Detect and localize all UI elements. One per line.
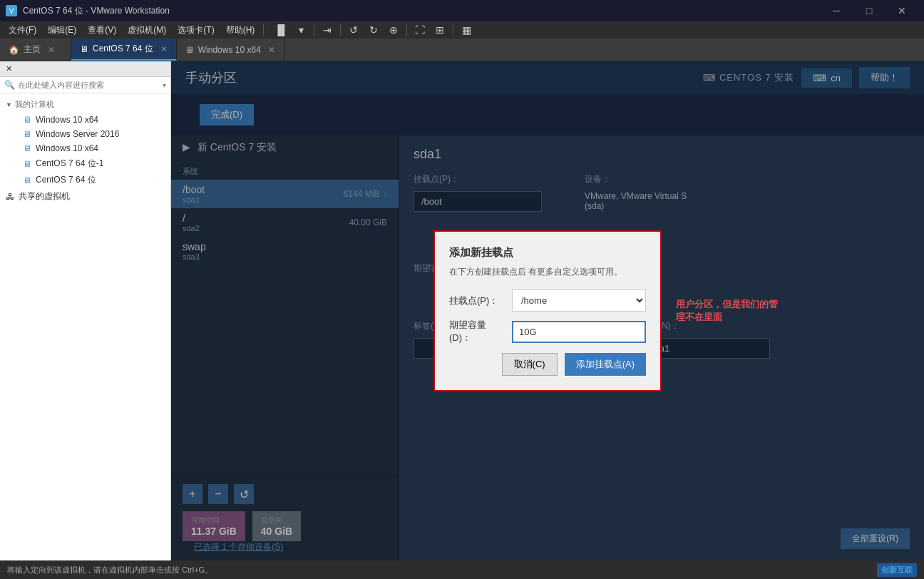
dialog-overlay: 用户分区，但是我们的管理不在里面 添加新挂载点 在下方创建挂载点后 有更多自定义… [171, 61, 924, 560]
menu-tab[interactable]: 选项卡(T) [172, 21, 220, 39]
toolbar-clone-icon[interactable]: ⊕ [385, 21, 402, 39]
dialog-add-btn[interactable]: 添加挂载点(A) [565, 353, 646, 376]
win10-tab-icon: 🖥 [185, 45, 194, 55]
vm-icon-centos-1: 🖥 [23, 159, 31, 169]
dialog-cancel-btn[interactable]: 取消(C) [502, 353, 558, 376]
window-title: CentOS 7 64 位 - VMware Workstation [23, 5, 170, 17]
dialog-capacity-input[interactable] [512, 321, 646, 343]
menu-view[interactable]: 查看(V) [82, 21, 122, 39]
tab-home-close[interactable]: ✕ [48, 45, 55, 55]
menu-file[interactable]: 文件(F) [3, 21, 42, 39]
vm-icon-win10-2: 🖥 [23, 143, 31, 153]
dialog-desc: 在下方创建挂载点后 有更多自定义选项可用。 [449, 265, 646, 278]
dialog-buttons: 取消(C) 添加挂载点(A) [449, 353, 646, 376]
tab-centos[interactable]: 🖥 CentOS 7 64 位 ✕ [71, 39, 177, 61]
status-bar: 将输入定向到该虚拟机，请在虚拟机内部单击或按 Ctrl+G。 创新互联 [0, 560, 924, 579]
watermark-logo: 创新互联 [877, 563, 917, 577]
tab-centos-close[interactable]: ✕ [160, 44, 168, 54]
search-icon: 🔍 [4, 80, 15, 90]
toolbar-fullscreen-icon[interactable]: ⛶ [411, 21, 428, 39]
menu-bar: 文件(F) 编辑(E) 查看(V) 虚拟机(M) 选项卡(T) 帮助(H) ▐▌… [0, 21, 924, 39]
toolbar-unity-icon[interactable]: ⊞ [431, 21, 448, 39]
tab-home[interactable]: 🏠 主页 ✕ [0, 39, 71, 61]
sidebar-item-label-win10-2: Windows 10 x64 [36, 143, 98, 153]
title-bar: V CentOS 7 64 位 - VMware Workstation ─ □… [0, 0, 924, 21]
maximize-btn[interactable]: □ [853, 0, 885, 21]
sidebar-item-label-win10-1: Windows 10 x64 [36, 115, 98, 125]
toolbar-restore-icon[interactable]: ↻ [365, 21, 382, 39]
sidebar-item-label-centos-1: CentOS 7 64 位-1 [36, 158, 103, 170]
sidebar-tree: ▼ 我的计算机 🖥 Windows 10 x64 🖥 Windows Serve… [0, 93, 170, 560]
menu-edit[interactable]: 编辑(E) [42, 21, 82, 39]
toolbar-send-icon[interactable]: ⇥ [319, 21, 336, 39]
dialog-capacity-row: 期望容量(D)： [449, 319, 646, 344]
vm-icon-centos-2: 🖥 [23, 175, 31, 185]
sidebar-header: ✕ [0, 61, 170, 77]
tab-centos-label: CentOS 7 64 位 [93, 43, 153, 55]
main-layout: ✕ 🔍 ▾ ▼ 我的计算机 🖥 Windows 10 x64 🖥 Windows… [0, 61, 924, 560]
sidebar-item-win10-2[interactable]: 🖥 Windows 10 x64 [0, 141, 170, 155]
home-icon: 🏠 [9, 45, 19, 55]
dialog-mount-label: 挂载点(P)： [449, 294, 506, 307]
dialog-title: 添加新挂载点 [449, 246, 646, 260]
sidebar-item-win10-1[interactable]: 🖥 Windows 10 x64 [0, 113, 170, 127]
vm-icon-win10-1: 🖥 [23, 115, 31, 125]
search-input[interactable] [18, 81, 160, 89]
toolbar-snapshot-icon[interactable]: ↺ [345, 21, 362, 39]
sidebar-item-label-centos-2: CentOS 7 64 位 [36, 174, 96, 186]
sidebar-close-icon[interactable]: ✕ [6, 64, 12, 73]
installer-screen: 手动分区 ⌨ CENTOS 7 安装 ⌨ cn 帮助！ 完成(D) [171, 61, 924, 560]
sidebar-item-winserver[interactable]: 🖥 Windows Server 2016 [0, 127, 170, 141]
menu-help[interactable]: 帮助(H) [220, 21, 261, 39]
menu-vm[interactable]: 虚拟机(M) [122, 21, 172, 39]
sidebar-section-mycomputer[interactable]: ▼ 我的计算机 [0, 96, 170, 113]
tab-bar: 🏠 主页 ✕ 🖥 CentOS 7 64 位 ✕ 🖥 Windows 10 x6… [0, 39, 924, 61]
tab-win10-close[interactable]: ✕ [268, 45, 275, 55]
annotation-text: 用户分区，但是我们的管理不在里面 [676, 298, 783, 324]
sidebar-search-bar[interactable]: 🔍 ▾ [0, 77, 170, 93]
toolbar-dropdown-icon[interactable]: ▾ [292, 21, 309, 39]
sidebar-item-shared[interactable]: 🖧 共享的虚拟机 [0, 188, 170, 205]
sidebar-item-centos-2[interactable]: 🖥 CentOS 7 64 位 [0, 172, 170, 188]
status-message: 将输入定向到该虚拟机，请在虚拟机内部单击或按 Ctrl+G。 [7, 565, 212, 575]
vm-icon-winserver: 🖥 [23, 129, 31, 139]
add-mount-dialog: 添加新挂载点 在下方创建挂载点后 有更多自定义选项可用。 挂载点(P)： /ho… [433, 230, 662, 391]
close-btn[interactable]: ✕ [885, 0, 918, 21]
sidebar-item-label-winserver: Windows Server 2016 [36, 129, 119, 139]
vm-content-area[interactable]: 手动分区 ⌨ CENTOS 7 安装 ⌨ cn 帮助！ 完成(D) [171, 61, 924, 560]
sidebar: ✕ 🔍 ▾ ▼ 我的计算机 🖥 Windows 10 x64 🖥 Windows… [0, 61, 171, 560]
section-arrow-icon: ▼ [6, 101, 12, 108]
toolbar-power-icon[interactable]: ▐▌ [272, 21, 289, 39]
minimize-btn[interactable]: ─ [820, 0, 853, 21]
dialog-mount-select[interactable]: /home / /boot /var /tmp swap [512, 290, 646, 312]
sidebar-section-mycomputer-label: 我的计算机 [15, 99, 54, 110]
dialog-capacity-label: 期望容量(D)： [449, 319, 506, 344]
shared-icon: 🖧 [6, 192, 14, 202]
app-icon: V [6, 5, 17, 16]
centos-tab-icon: 🖥 [80, 44, 88, 54]
sidebar-item-centos-1[interactable]: 🖥 CentOS 7 64 位-1 [0, 155, 170, 172]
dialog-mount-row: 挂载点(P)： /home / /boot /var /tmp swap [449, 290, 646, 312]
tab-win10-label: Windows 10 x64 [198, 45, 261, 55]
sidebar-item-shared-label: 共享的虚拟机 [19, 190, 70, 203]
search-dropdown-icon[interactable]: ▾ [163, 81, 166, 89]
tab-home-label: 主页 [24, 43, 41, 56]
tab-win10[interactable]: 🖥 Windows 10 x64 ✕ [177, 39, 284, 61]
toolbar-view-icon[interactable]: ▦ [458, 21, 475, 39]
